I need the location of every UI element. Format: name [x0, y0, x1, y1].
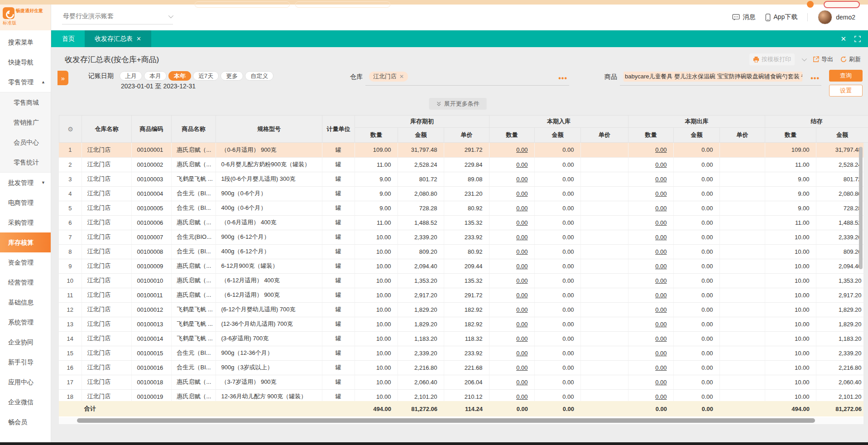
in-qty-link[interactable]: 0.00 [516, 292, 528, 299]
in-qty-link[interactable]: 0.00 [516, 219, 528, 226]
col-header-begin-amount[interactable]: 金额 [398, 128, 444, 143]
table-row[interactable]: 2江北门店00100002惠氏启赋（...0-6月婴儿配方奶粉900克（罐装）罐… [59, 157, 863, 172]
col-header-bal-amount[interactable]: 金额 [816, 128, 868, 143]
table-row[interactable]: 18江北门店00100019惠氏启赋（...12-36月幼儿配方 900克（罐装… [59, 389, 863, 401]
print-by-template-button[interactable]: 按模板打印 [749, 53, 795, 65]
tab-close-icon[interactable]: ✕ [136, 35, 141, 42]
product-field[interactable]: babycare儿童餐具 婴儿注水保温碗 宝宝防摔碗吸盘碗辅食碗勺套装 雀湖绿 … [620, 72, 821, 86]
sidebar-item-新手引导[interactable]: 新手引导 [0, 352, 51, 372]
sidebar-item-快捷导航[interactable]: 快捷导航 [0, 52, 51, 72]
warehouse-more-icon[interactable]: ••• [558, 74, 567, 82]
sidebar-item-库存核算[interactable]: 库存核算 [0, 232, 51, 252]
print-chevron-down-icon[interactable] [802, 56, 807, 61]
out-qty-link[interactable]: 0.00 [655, 321, 667, 328]
out-qty-link[interactable]: 0.00 [655, 335, 667, 342]
sidebar-item-基础信息[interactable]: 基础信息 [0, 292, 51, 312]
table-row[interactable]: 9江北门店00100009惠氏启赋（...6-12月900克（罐装）罐10.00… [59, 259, 863, 273]
out-qty-link[interactable]: 0.00 [655, 248, 667, 255]
date-pill-自定义[interactable]: 自定义 [245, 71, 273, 81]
sidebar-item-系统管理[interactable]: 系统管理 [0, 312, 51, 332]
in-qty-link[interactable]: 0.00 [516, 205, 528, 212]
sidebar-item-资金管理[interactable]: 资金管理 [0, 252, 51, 272]
sidebar-subitem-零售商城[interactable]: 零售商城 [0, 92, 51, 112]
vertical-scrollbar-thumb[interactable] [859, 147, 863, 269]
in-qty-link[interactable]: 0.00 [516, 277, 528, 284]
expand-more-conditions-button[interactable]: 展开更多条件 [429, 98, 487, 110]
out-qty-link[interactable]: 0.00 [655, 205, 667, 212]
out-qty-link[interactable]: 0.00 [655, 292, 667, 299]
in-qty-link[interactable]: 0.00 [516, 379, 528, 386]
out-qty-link[interactable]: 0.00 [655, 277, 667, 284]
out-qty-link[interactable]: 0.00 [655, 219, 667, 226]
table-row[interactable]: 10江北门店00100010惠氏启赋（...（6-12月适用） 400克罐10.… [59, 273, 863, 288]
refresh-button[interactable]: 刷新 [840, 55, 861, 63]
column-settings-gear-icon[interactable]: ⚙ [67, 126, 73, 133]
out-qty-link[interactable]: 0.00 [655, 146, 667, 153]
date-pill-近7天[interactable]: 近7天 [193, 71, 219, 81]
out-qty-link[interactable]: 0.00 [655, 176, 667, 183]
date-range-value[interactable]: 2023-01-01 至 2023-12-31 [121, 82, 275, 91]
col-header-spec[interactable]: 规格型号 [216, 116, 322, 143]
col-header-out-amount[interactable]: 金额 [674, 128, 720, 143]
table-body-viewport[interactable]: 1江北门店00100001惠氏启赋（...（0-6月适用） 900克罐109.0… [59, 143, 863, 401]
in-qty-link[interactable]: 0.00 [516, 176, 528, 183]
sidebar-subitem-零售统计[interactable]: 零售统计 [0, 152, 51, 172]
table-row[interactable]: 13江北门店00100013飞鹤星飞帆 ...(12-36个月幼儿适用) 700… [59, 317, 863, 331]
date-pill-上月[interactable]: 上月 [120, 71, 142, 81]
out-qty-link[interactable]: 0.00 [655, 263, 667, 270]
in-qty-link[interactable]: 0.00 [516, 306, 528, 313]
date-pill-本年[interactable]: 本年 [168, 71, 191, 81]
out-qty-link[interactable]: 0.00 [655, 306, 667, 313]
horizontal-scrollbar-thumb[interactable] [77, 418, 815, 423]
warehouse-field[interactable]: 江北门店 ✕ ••• [365, 72, 569, 86]
out-qty-link[interactable]: 0.00 [655, 161, 667, 168]
product-more-icon[interactable]: ••• [810, 74, 820, 82]
table-row[interactable]: 3江北门店00100003飞鹤星飞帆 ...1段(0-6个月婴儿适用) 300克… [59, 172, 863, 186]
sidebar-subitem-会员中心[interactable]: 会员中心 [0, 132, 51, 152]
fullscreen-icon[interactable] [854, 36, 861, 42]
table-row[interactable]: 17江北门店00100018惠氏启赋（...（3-7岁适用） 900克罐10.0… [59, 375, 863, 389]
sidebar-item-经营管理[interactable]: 经营管理 [0, 272, 51, 292]
table-row[interactable]: 12江北门店00100012飞鹤星飞帆 ...(6-12个月婴幼儿适用) 700… [59, 302, 863, 317]
col-header-begin-price[interactable]: 单价 [444, 128, 489, 143]
in-qty-link[interactable]: 0.00 [516, 335, 528, 342]
in-qty-link[interactable]: 0.00 [516, 146, 528, 153]
messages-button[interactable]: 消息 [732, 13, 755, 21]
sidebar-item-电商管理[interactable]: 电商管理 [0, 193, 51, 213]
table-row[interactable]: 6江北门店00100006惠氏启赋（...（0-6月适用） 400克罐11.00… [59, 215, 863, 230]
sidebar-item-畅会员[interactable]: 畅会员 [0, 412, 51, 432]
sidebar-subitem-营销推广[interactable]: 营销推广 [0, 112, 51, 132]
sidebar-item-应用中心[interactable]: 应用中心 [0, 372, 51, 392]
sidebar-item-零售管理[interactable]: 零售管理▲ [0, 72, 51, 92]
table-row[interactable]: 15江北门店00100015合生元（BI...900g（12-36个月）罐10.… [59, 346, 863, 360]
out-qty-link[interactable]: 0.00 [655, 379, 667, 386]
tab-home[interactable]: 首页 [52, 30, 85, 47]
col-header-code[interactable]: 商品编码 [132, 116, 172, 143]
sidebar-item-采购管理[interactable]: 采购管理 [0, 213, 51, 232]
in-qty-link[interactable]: 0.00 [516, 393, 528, 400]
in-qty-link[interactable]: 0.00 [516, 234, 528, 241]
col-header-in-amount[interactable]: 金额 [535, 128, 581, 143]
table-row[interactable]: 5江北门店00100005合生元（BI...400g（0-6个月）罐9.0072… [59, 201, 863, 215]
in-qty-link[interactable]: 0.00 [516, 248, 528, 255]
col-header-in-price[interactable]: 单价 [581, 128, 628, 143]
col-header-out-price[interactable]: 单价 [720, 128, 765, 143]
sidebar-item-企业协同[interactable]: 企业协同 [0, 332, 51, 352]
date-pill-更多[interactable]: 更多 [221, 71, 243, 81]
export-button[interactable]: 导出 [813, 55, 833, 63]
settings-button[interactable]: 设置 [829, 85, 863, 97]
in-qty-link[interactable]: 0.00 [516, 364, 528, 371]
col-header-bal-qty[interactable]: 数量 [765, 128, 816, 143]
out-qty-link[interactable]: 0.00 [655, 190, 667, 197]
col-header-out-qty[interactable]: 数量 [628, 128, 674, 143]
out-qty-link[interactable]: 0.00 [655, 393, 667, 400]
sidebar-item-搜索菜单[interactable]: 搜索菜单 [0, 32, 51, 52]
warehouse-tag-remove-icon[interactable]: ✕ [399, 73, 404, 80]
tab-report[interactable]: 收发存汇总表 ✕ [85, 30, 151, 47]
account-set-select[interactable]: 母婴行业演示账套 [62, 10, 173, 24]
in-qty-link[interactable]: 0.00 [516, 321, 528, 328]
out-qty-link[interactable]: 0.00 [655, 350, 667, 357]
table-row[interactable]: 14江北门店00100014飞鹤星飞帆 ...(3-6岁适用) 700克罐10.… [59, 331, 863, 346]
col-header-name[interactable]: 商品名称 [172, 116, 216, 143]
in-qty-link[interactable]: 0.00 [516, 263, 528, 270]
